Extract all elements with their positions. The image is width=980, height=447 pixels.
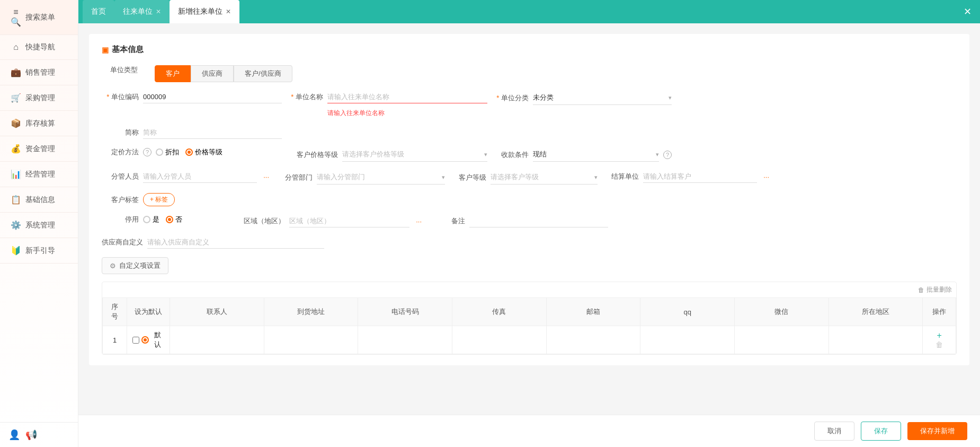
input-email[interactable] bbox=[552, 336, 635, 344]
group-unit-name: 单位名称 请输入往来单位名称 bbox=[286, 91, 487, 118]
group-customer-level: 客户等级 请选择客户等级 ▾ bbox=[449, 170, 598, 185]
input-contact[interactable] bbox=[175, 336, 259, 344]
type-btn-supplier[interactable]: 供应商 bbox=[191, 65, 234, 82]
input-unit-name[interactable] bbox=[327, 91, 487, 103]
input-unit-code[interactable] bbox=[143, 91, 282, 103]
sidebar-item-basic[interactable]: 📋 基础信息 bbox=[0, 187, 78, 213]
main-area: 首页 往来单位 ✕ 新增往来单位 ✕ ✕ ▣ 基本信息 单位类型 bbox=[78, 0, 980, 447]
radio-no[interactable]: 否 bbox=[166, 215, 182, 224]
label-remarks: 备注 bbox=[428, 216, 465, 226]
input-fax[interactable] bbox=[458, 336, 541, 344]
sidebar-item-guide[interactable]: 🔰 新手引导 bbox=[0, 238, 78, 264]
unit-type-row: 单位类型 客户 供应商 客户/供应商 bbox=[102, 65, 957, 82]
tab-contacts-close[interactable]: ✕ bbox=[156, 8, 161, 15]
batch-delete-btn[interactable]: 🗑 批量删除 bbox=[102, 282, 956, 297]
label-customer-price-level: 客户价格等级 bbox=[297, 150, 338, 160]
save-button[interactable]: 保存 bbox=[861, 422, 901, 441]
tab-bar-close-all[interactable]: ✕ bbox=[959, 4, 976, 20]
radio-price-level[interactable]: 价格等级 bbox=[185, 147, 222, 157]
sidebar-item-purchase[interactable]: 🛒 采购管理 bbox=[0, 85, 78, 111]
form-footer: 取消 保存 保存并新增 bbox=[78, 415, 980, 447]
group-customer-price-level: 客户价格等级 请选择客户价格等级 ▾ bbox=[297, 147, 487, 162]
group-settlement-unit: 结算单位 ··· bbox=[602, 170, 771, 183]
input-region[interactable] bbox=[289, 215, 409, 227]
col-contact: 联系人 bbox=[170, 298, 264, 326]
label-payment-terms: 收款条件 bbox=[492, 150, 529, 160]
col-qq: qq bbox=[640, 298, 735, 326]
manager-more-btn[interactable]: ··· bbox=[261, 173, 271, 181]
sidebar-item-sales[interactable]: 💼 销售管理 bbox=[0, 60, 78, 85]
input-qq[interactable] bbox=[646, 336, 729, 344]
delete-row-btn[interactable]: 🗑 bbox=[933, 340, 945, 349]
select-customer-price-level[interactable]: 请选择客户价格等级 ▾ bbox=[342, 147, 487, 162]
form-content: ▣ 基本信息 单位类型 客户 供应商 客户/供应商 单位编码 bbox=[78, 23, 980, 415]
radio-discount[interactable]: 折扣 bbox=[156, 147, 179, 157]
row-basic-info: 单位编码 单位名称 请输入往来单位名称 单位分类 未分类 bbox=[102, 91, 957, 118]
user-icon[interactable]: 👤 bbox=[8, 429, 20, 441]
custom-settings-btn[interactable]: ⚙ 自定义项设置 bbox=[102, 257, 168, 274]
input-remarks[interactable] bbox=[469, 215, 608, 227]
settlement-more-btn[interactable]: ··· bbox=[761, 173, 771, 181]
cell-seq: 1 bbox=[103, 326, 127, 354]
input-address[interactable] bbox=[270, 336, 353, 344]
save-new-button[interactable]: 保存并新增 bbox=[907, 422, 967, 440]
tab-new-contact-close[interactable]: ✕ bbox=[226, 8, 231, 15]
sidebar-item-quicknav[interactable]: ⌂ 快捷导航 bbox=[0, 35, 78, 60]
group-unit-category: 单位分类 未分类 ▾ bbox=[492, 91, 672, 105]
notify-icon[interactable]: 📢 bbox=[25, 429, 37, 441]
region-more-btn[interactable]: ··· bbox=[414, 217, 424, 225]
group-region: 区域（地区） ··· bbox=[244, 215, 424, 227]
sidebar-item-search[interactable]: ≡🔍 搜索菜单 bbox=[0, 0, 78, 35]
label-unit-code: 单位编码 bbox=[102, 92, 139, 102]
input-wechat[interactable] bbox=[740, 336, 823, 344]
label-short-name: 简称 bbox=[102, 128, 139, 137]
cell-email bbox=[546, 326, 640, 354]
input-phone[interactable] bbox=[363, 336, 447, 344]
sidebar-item-finance[interactable]: 💰 资金管理 bbox=[0, 136, 78, 162]
input-supplier-custom[interactable] bbox=[147, 236, 324, 249]
chevron-down-icon-4: ▾ bbox=[442, 174, 445, 181]
label-customer-tags: 客户标签 bbox=[102, 195, 139, 205]
cancel-button[interactable]: 取消 bbox=[814, 422, 854, 441]
finance-icon: 💰 bbox=[11, 144, 21, 154]
type-btn-both[interactable]: 客户/供应商 bbox=[234, 65, 292, 82]
group-unit-code: 单位编码 bbox=[102, 91, 282, 103]
select-customer-level[interactable]: 请选择客户等级 ▾ bbox=[491, 170, 598, 185]
row-customer-tags: 客户标签 + 标签 bbox=[102, 193, 957, 206]
input-short-name[interactable] bbox=[143, 126, 282, 139]
sidebar-item-system[interactable]: ⚙️ 系统管理 bbox=[0, 213, 78, 238]
radio-yes[interactable]: 是 bbox=[143, 215, 159, 224]
input-manager[interactable] bbox=[143, 170, 257, 183]
pricing-help-icon[interactable]: ? bbox=[143, 148, 152, 156]
add-tag-btn[interactable]: + 标签 bbox=[143, 193, 175, 206]
radio-yes-circle bbox=[143, 216, 150, 223]
label-unit-category: 单位分类 bbox=[492, 93, 529, 103]
chevron-down-icon-3: ▾ bbox=[656, 151, 659, 158]
sidebar-item-inventory[interactable]: 📦 库存核算 bbox=[0, 111, 78, 136]
sidebar-item-operations[interactable]: 📊 经营管理 bbox=[0, 162, 78, 187]
default-radio[interactable] bbox=[141, 336, 149, 344]
group-payment-terms: 收款条件 现结 ▾ ? bbox=[492, 147, 672, 162]
select-department[interactable]: 请输入分管部门 ▾ bbox=[317, 170, 445, 185]
select-unit-category[interactable]: 未分类 ▾ bbox=[533, 91, 672, 105]
payment-help-icon[interactable]: ? bbox=[663, 151, 672, 159]
input-row-region[interactable] bbox=[834, 336, 917, 344]
col-default: 设为默认 bbox=[127, 298, 170, 326]
add-row-btn[interactable]: + bbox=[935, 331, 944, 340]
row-short-name: 简称 bbox=[102, 126, 957, 139]
group-supplier-custom: 供应商自定义 bbox=[102, 236, 324, 249]
row-disabled: 停用 是 否 区域（地区） ··· bbox=[102, 215, 957, 227]
select-customer-price-text: 请选择客户价格等级 bbox=[342, 150, 484, 159]
group-department: 分管部门 请输入分管部门 ▾ bbox=[275, 170, 445, 185]
col-address: 到货地址 bbox=[264, 298, 358, 326]
input-settlement-unit[interactable] bbox=[643, 170, 757, 183]
sidebar: ≡🔍 搜索菜单 ⌂ 快捷导航 💼 销售管理 🛒 采购管理 📦 库存核算 💰 资金… bbox=[0, 0, 78, 447]
select-payment-terms[interactable]: 现结 ▾ bbox=[533, 147, 659, 162]
col-seq: 序号 bbox=[103, 298, 127, 326]
type-btn-customer[interactable]: 客户 bbox=[155, 65, 191, 82]
inventory-icon: 📦 bbox=[11, 118, 21, 128]
tab-new-contact[interactable]: 新增往来单位 ✕ bbox=[170, 0, 239, 23]
row-checkbox[interactable] bbox=[132, 337, 139, 344]
tab-home[interactable]: 首页 bbox=[83, 0, 114, 23]
tab-contacts[interactable]: 往来单位 ✕ bbox=[114, 0, 170, 23]
